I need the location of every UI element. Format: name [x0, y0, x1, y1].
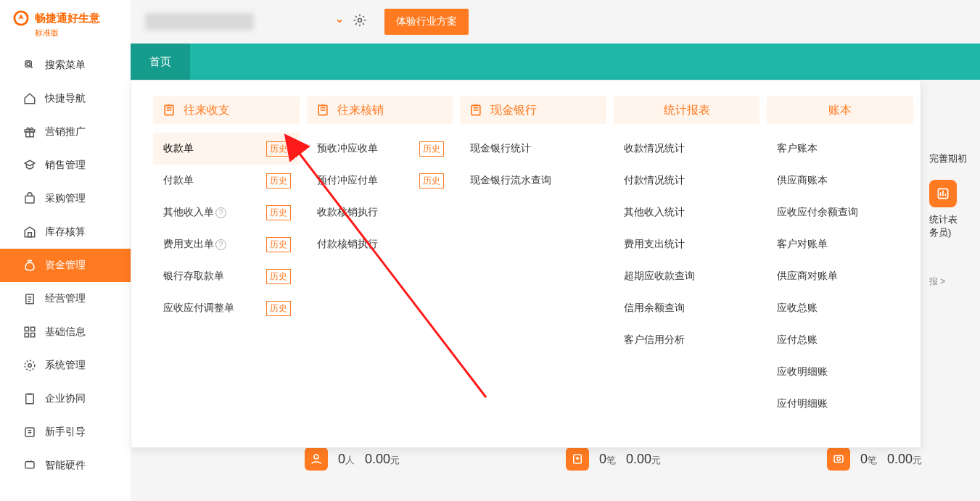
flyout-menu-item[interactable]: 费用支出单?历史: [153, 228, 300, 260]
flyout-menu-item[interactable]: 预付冲应付单历史: [307, 165, 453, 196]
guide-icon: [23, 426, 36, 439]
stat-icon: [827, 447, 850, 471]
flyout-menu-item[interactable]: 现金银行统计: [460, 133, 606, 165]
flyout-menu-item[interactable]: 收款核销执行: [307, 196, 453, 228]
history-tag[interactable]: 历史: [266, 301, 291, 316]
org-dropdown-caret[interactable]: [335, 16, 344, 28]
stat-item: 0人 0.00元: [305, 447, 400, 471]
sidebar-item-operation[interactable]: 经营管理: [0, 282, 131, 315]
tab-home[interactable]: 首页: [131, 44, 190, 80]
flyout-menu-item[interactable]: 收款情况统计: [614, 133, 760, 165]
stat-amount: 0.00: [626, 452, 651, 466]
brand-logo-icon: [13, 10, 29, 26]
flyout-menu-item[interactable]: 费用支出统计: [614, 228, 760, 260]
flyout-menu-item-label: 信用余额查询: [624, 302, 685, 315]
flyout-menu-item-label: 费用支出统计: [624, 238, 685, 251]
flyout-menu-item[interactable]: 付款单历史: [153, 165, 300, 196]
flyout-menu-item[interactable]: 预收冲应收单历史: [307, 133, 453, 165]
flyout-menu-item[interactable]: 银行存取款单历史: [153, 260, 300, 292]
sidebar-item-label: 营销推广: [45, 125, 86, 138]
stat-unit: 元: [651, 455, 661, 465]
history-tag[interactable]: 历史: [266, 141, 291, 157]
doc-icon: [23, 392, 36, 405]
sales-icon: [23, 159, 36, 172]
flyout-menu-item-label: 收款情况统计: [624, 142, 685, 155]
history-tag[interactable]: 历史: [266, 237, 291, 252]
flyout-menu-item-label: 付款情况统计: [624, 174, 685, 187]
flyout-menu-item-label: 费用支出单?: [163, 238, 226, 251]
flyout-menu-item-label: 预收冲应收单: [317, 142, 378, 155]
gear-icon[interactable]: [353, 13, 367, 30]
flyout-menu-item[interactable]: 供应商账本: [767, 165, 913, 196]
sidebar: 畅捷通好生意 标准版 搜索菜单 快捷导航 营销推广 销售管理 采购管理 库存核算…: [0, 0, 131, 501]
history-tag[interactable]: 历史: [266, 205, 291, 220]
flyout-menu-item[interactable]: 超期应收款查询: [614, 260, 760, 292]
flyout-menu-item[interactable]: 客户对账单: [767, 228, 913, 260]
flyout-menu-item[interactable]: 应付明细账: [767, 388, 913, 420]
stat-item: 0笔 0.00元: [827, 447, 922, 471]
sidebar-item-collab[interactable]: 企业协同: [0, 382, 131, 415]
svg-point-12: [25, 360, 35, 370]
flyout-menu-item[interactable]: 付款情况统计: [614, 165, 760, 196]
flyout-column-title: 账本: [828, 103, 852, 118]
svg-rect-9: [31, 327, 35, 331]
flyout-menu-item[interactable]: 其他收入单?历史: [153, 196, 300, 228]
flyout-menu-item-label: 应收明细账: [777, 365, 828, 378]
flyout-menu-item-label: 应付明细账: [777, 397, 828, 410]
flyout-menu-list: 收款单历史付款单历史其他收入单?历史费用支出单?历史银行存取款单历史应收应付调整…: [153, 133, 300, 324]
sidebar-item-quicknav[interactable]: 快捷导航: [0, 82, 131, 115]
report-icon[interactable]: [929, 180, 957, 207]
svg-point-19: [314, 455, 318, 459]
sidebar-item-search[interactable]: 搜索菜单: [0, 49, 131, 82]
flyout-menu-item-label: 付款核销执行: [317, 238, 378, 251]
sidebar-item-label: 资金管理: [45, 259, 86, 272]
sidebar-item-basicinfo[interactable]: 基础信息: [0, 315, 131, 349]
stat-amount: 0.00: [365, 452, 390, 466]
device-icon: [23, 459, 36, 472]
sidebar-item-hardware[interactable]: 智能硬件: [0, 449, 131, 482]
flyout-menu-item-label: 供应商对账单: [777, 270, 838, 283]
sidebar-item-purchase[interactable]: 采购管理: [0, 182, 131, 215]
funds-flyout-menu: 往来收支收款单历史付款单历史其他收入单?历史费用支出单?历史银行存取款单历史应收…: [131, 80, 921, 448]
section-icon: [316, 103, 330, 117]
history-tag[interactable]: 历史: [419, 141, 444, 157]
help-icon[interactable]: ?: [215, 207, 226, 218]
stat-item: 0笔 0.00元: [566, 447, 661, 471]
flyout-menu-item[interactable]: 应付总账: [767, 324, 913, 356]
flyout-menu-item[interactable]: 付款核销执行: [307, 228, 453, 260]
history-tag[interactable]: 历史: [266, 269, 291, 284]
flyout-menu-item-label: 客户对账单: [777, 238, 828, 251]
history-tag[interactable]: 历史: [419, 173, 444, 189]
sidebar-item-inventory[interactable]: 库存核算: [0, 215, 131, 249]
sidebar-item-label: 智能硬件: [45, 459, 86, 472]
sidebar-item-funds[interactable]: 资金管理: [0, 249, 131, 282]
section-icon: [469, 103, 483, 117]
flyout-menu-item[interactable]: 收款单历史: [153, 133, 300, 165]
flyout-menu-item-label: 其他收入统计: [624, 206, 685, 219]
flyout-menu-item[interactable]: 供应商对账单: [767, 260, 913, 292]
flyout-menu-item[interactable]: 其他收入统计: [614, 196, 760, 228]
sidebar-item-marketing[interactable]: 营销推广: [0, 115, 131, 149]
flyout-menu-item[interactable]: 应收应付调整单历史: [153, 292, 300, 324]
svg-point-13: [28, 364, 32, 368]
flyout-menu-item[interactable]: 客户信用分析: [614, 324, 760, 356]
history-tag[interactable]: 历史: [266, 173, 291, 189]
flyout-menu-item[interactable]: 信用余额查询: [614, 292, 760, 324]
help-icon[interactable]: ?: [215, 239, 226, 250]
peek-more-link[interactable]: 报 >: [929, 276, 980, 288]
search-icon: [23, 59, 36, 72]
flyout-menu-item[interactable]: 现金银行流水查询: [460, 165, 606, 196]
flyout-menu-item-label: 客户账本: [777, 142, 818, 155]
flyout-column-header: 往来收支: [153, 96, 300, 124]
flyout-menu-item[interactable]: 应收总账: [767, 292, 913, 324]
industry-plan-button[interactable]: 体验行业方案: [384, 9, 469, 35]
flyout-menu-item-label: 其他收入单?: [163, 206, 226, 219]
flyout-menu-item[interactable]: 客户账本: [767, 133, 913, 165]
sidebar-item-system[interactable]: 系统管理: [0, 349, 131, 382]
flyout-menu-item[interactable]: 应收明细账: [767, 356, 913, 388]
sidebar-item-sales[interactable]: 销售管理: [0, 149, 131, 182]
sidebar-item-label: 企业协同: [45, 392, 86, 405]
flyout-column: 往来收支收款单历史付款单历史其他收入单?历史费用支出单?历史银行存取款单历史应收…: [153, 96, 300, 433]
sidebar-item-guide[interactable]: 新手引导: [0, 415, 131, 449]
flyout-menu-item[interactable]: 应收应付余额查询: [767, 196, 913, 228]
